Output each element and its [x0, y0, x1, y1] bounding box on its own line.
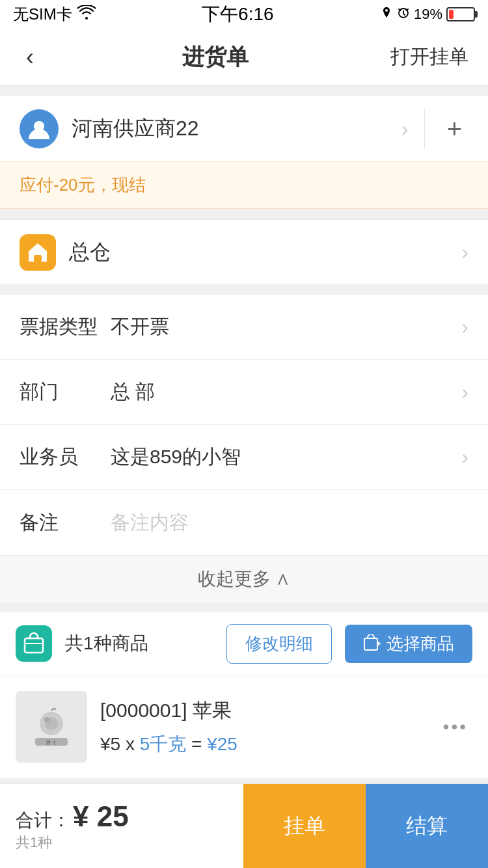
warehouse-card: 总仓 › [0, 219, 488, 284]
supplier-row[interactable]: 河南供应商22 › + [0, 96, 488, 161]
page-title: 进货单 [182, 42, 249, 72]
collapse-label: 收起更多 ∧ [198, 567, 291, 591]
total-amount: ¥ 25 [73, 800, 129, 833]
edit-detail-button[interactable]: 修改明细 [226, 624, 332, 664]
remark-row[interactable]: 备注 备注内容 [0, 490, 488, 555]
product-info: [0000001] 苹果 ¥5 x 5千克 = ¥25 [100, 698, 424, 757]
open-hang-button[interactable]: 打开挂单 [390, 44, 468, 70]
total-count: 共1种 [16, 833, 228, 852]
dept-row[interactable]: 部门 总 部 › [0, 360, 488, 425]
supplier-chevron-icon: › [401, 117, 409, 141]
salesperson-label: 业务员 [20, 444, 111, 470]
svg-rect-5 [364, 638, 377, 650]
carrier-label: 无SIM卡 [13, 4, 72, 25]
dept-chevron-icon: › [461, 380, 468, 404]
nav-bar: ‹ 进货单 打开挂单 [0, 29, 488, 86]
supplier-card: 河南供应商22 › + 应付-20元，现结 [0, 96, 488, 209]
supplier-left: 河南供应商22 [20, 109, 401, 148]
invoice-label: 票据类型 [20, 314, 111, 340]
product-thumbnail: 兽十 [16, 691, 87, 763]
alarm-icon [397, 6, 410, 23]
bottom-actions: 挂单 结算 [243, 784, 488, 868]
hang-button[interactable]: 挂单 [243, 784, 366, 868]
invoice-value: 不开票 [111, 314, 461, 340]
wifi-icon [77, 5, 96, 23]
invoice-chevron-icon: › [461, 315, 468, 339]
products-icon [16, 625, 52, 662]
total-label: 合计： [16, 808, 70, 833]
product-price: ¥5 x 5千克 = ¥25 [100, 732, 424, 757]
checkout-button[interactable]: 结算 [366, 784, 488, 868]
total-section: 合计： ¥ 25 共1种 [0, 784, 243, 868]
warehouse-name: 总仓 [69, 238, 461, 267]
collapse-button[interactable]: 收起更多 ∧ [0, 555, 488, 602]
product-item: 兽十 [0000001] 苹果 ¥5 x 5千克 = ¥25 ••• [0, 675, 488, 778]
supplier-avatar [20, 109, 59, 148]
add-supplier-button[interactable]: + [441, 108, 468, 150]
warehouse-chevron-icon: › [461, 240, 468, 264]
warehouse-icon [20, 234, 56, 271]
notice-bar: 应付-20元，现结 [0, 161, 488, 209]
salesperson-value: 这是859的小智 [111, 444, 461, 470]
salesperson-row[interactable]: 业务员 这是859的小智 › [0, 425, 488, 490]
product-title: 苹果 [193, 699, 232, 721]
products-header: 共1种商品 修改明细 选择商品 [0, 612, 488, 675]
content: 河南供应商22 › + 应付-20元，现结 总仓 › 票据类型 不开票 [0, 96, 488, 868]
supplier-name: 河南供应商22 [72, 115, 199, 143]
dept-value: 总 部 [111, 379, 461, 405]
product-name: [0000001] 苹果 [100, 698, 424, 724]
battery-percent: 19% [414, 6, 442, 23]
svg-rect-4 [25, 638, 43, 653]
svg-rect-3 [34, 255, 42, 262]
remark-label: 备注 [20, 509, 111, 536]
products-count: 共1种商品 [65, 631, 213, 656]
notice-text: 应付-20元，现结 [20, 175, 146, 195]
remark-placeholder: 备注内容 [111, 509, 468, 536]
svg-point-0 [385, 9, 388, 12]
form-card: 票据类型 不开票 › 部门 总 部 › 业务员 这是859的小智 › 备注 备注… [0, 295, 488, 602]
warehouse-row[interactable]: 总仓 › [0, 219, 488, 284]
unit-price: ¥5 [100, 734, 120, 754]
dept-label: 部门 [20, 379, 111, 405]
total-price: ¥25 [207, 734, 237, 754]
select-product-button[interactable]: 选择商品 [345, 625, 472, 663]
back-button[interactable]: ‹ [20, 37, 40, 77]
more-button[interactable]: ••• [437, 710, 472, 744]
quantity: 5千克 [140, 734, 187, 754]
status-right: 19% [380, 6, 475, 23]
svg-text:兽十: 兽十 [46, 739, 57, 746]
invoice-row[interactable]: 票据类型 不开票 › [0, 295, 488, 360]
location-icon [380, 6, 393, 23]
battery-icon [446, 7, 475, 21]
status-bar: 无SIM卡 下午6:16 19% [0, 0, 488, 29]
divider [424, 109, 425, 148]
svg-point-8 [44, 717, 49, 722]
bottom-bar: 合计： ¥ 25 共1种 挂单 结算 [0, 783, 488, 868]
status-time: 下午6:16 [202, 2, 274, 27]
product-code: [0000001] [100, 699, 187, 721]
select-product-label: 选择商品 [386, 632, 454, 655]
salesperson-chevron-icon: › [461, 445, 468, 469]
status-left: 无SIM卡 [13, 4, 96, 25]
products-card: 共1种商品 修改明细 选择商品 兽十 [0, 612, 488, 778]
